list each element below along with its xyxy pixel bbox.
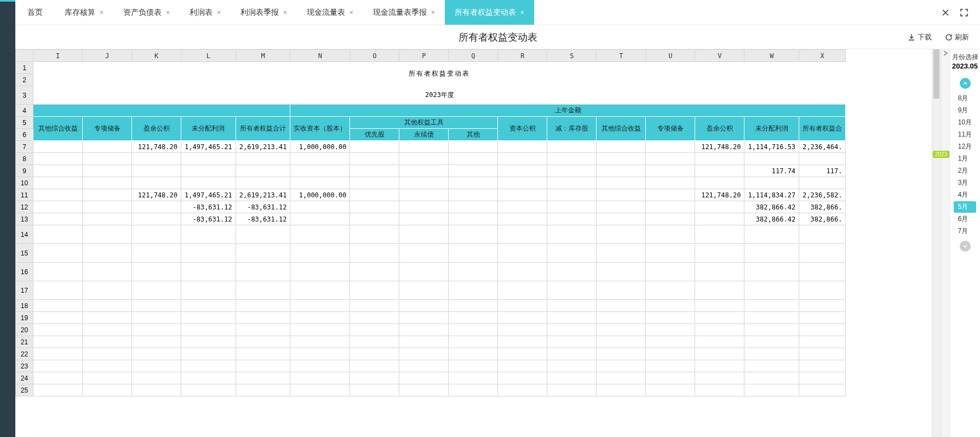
cell[interactable]: 382,866. xyxy=(799,213,846,225)
cell[interactable] xyxy=(547,153,597,165)
cell[interactable] xyxy=(399,189,449,201)
cell[interactable] xyxy=(498,225,547,244)
cell[interactable] xyxy=(399,244,449,263)
cell[interactable] xyxy=(350,189,399,201)
cell[interactable] xyxy=(83,165,132,177)
cell[interactable] xyxy=(132,384,181,396)
refresh-button[interactable]: 刷新 xyxy=(945,32,969,42)
cell[interactable] xyxy=(744,360,799,372)
cell[interactable] xyxy=(646,348,695,360)
cell[interactable]: 2,236,582. xyxy=(799,189,846,201)
col-header[interactable]: M xyxy=(236,50,290,62)
cell[interactable] xyxy=(449,189,498,201)
cell[interactable] xyxy=(236,225,290,244)
cell[interactable]: 121,748.20 xyxy=(132,141,181,153)
cell[interactable] xyxy=(695,384,744,396)
row-number[interactable]: 7 xyxy=(16,141,33,153)
cell[interactable] xyxy=(33,141,83,153)
cell[interactable] xyxy=(744,336,799,348)
row-number[interactable]: 1 xyxy=(16,62,33,74)
month-option[interactable]: 8月 xyxy=(954,93,976,104)
cell[interactable] xyxy=(350,263,399,281)
row-number[interactable]: 12 xyxy=(16,201,33,213)
cell[interactable] xyxy=(399,165,449,177)
cell[interactable] xyxy=(449,281,498,300)
col-header[interactable]: L xyxy=(181,50,236,62)
cell[interactable]: 2,619,213.41 xyxy=(236,189,290,201)
cell[interactable] xyxy=(498,263,547,281)
cell[interactable] xyxy=(498,336,547,348)
cell[interactable] xyxy=(236,263,290,281)
cell[interactable] xyxy=(181,177,236,189)
cell[interactable] xyxy=(547,225,597,244)
cell[interactable] xyxy=(449,177,498,189)
row-number[interactable]: 21 xyxy=(16,336,33,348)
cell[interactable] xyxy=(695,336,744,348)
cell[interactable] xyxy=(498,300,547,312)
cell[interactable] xyxy=(799,372,846,384)
cell[interactable] xyxy=(290,300,350,312)
cell[interactable] xyxy=(695,263,744,281)
close-icon[interactable]: × xyxy=(431,9,435,16)
cell[interactable] xyxy=(547,213,597,225)
cell[interactable] xyxy=(799,348,846,360)
cell[interactable] xyxy=(498,348,547,360)
cell[interactable] xyxy=(744,312,799,324)
cell[interactable] xyxy=(799,263,846,281)
cell[interactable] xyxy=(695,324,744,336)
cell[interactable] xyxy=(744,324,799,336)
col-header[interactable]: U xyxy=(646,50,695,62)
cell[interactable] xyxy=(83,372,132,384)
cell[interactable] xyxy=(399,348,449,360)
cell[interactable] xyxy=(547,360,597,372)
cell[interactable] xyxy=(646,141,695,153)
cell[interactable] xyxy=(399,281,449,300)
cell[interactable] xyxy=(646,336,695,348)
cell[interactable] xyxy=(498,141,547,153)
cell[interactable] xyxy=(399,336,449,348)
cell[interactable] xyxy=(799,244,846,263)
cell[interactable] xyxy=(744,177,799,189)
cell[interactable] xyxy=(350,201,399,213)
row-number[interactable]: 20 xyxy=(16,324,33,336)
month-next-icon[interactable] xyxy=(960,241,971,252)
cell[interactable] xyxy=(33,336,83,348)
cell[interactable]: 117.74 xyxy=(744,165,799,177)
cell[interactable] xyxy=(744,225,799,244)
col-header[interactable]: J xyxy=(83,50,132,62)
cell[interactable] xyxy=(695,177,744,189)
row-number[interactable]: 5 xyxy=(16,117,33,129)
row-number[interactable]: 19 xyxy=(16,312,33,324)
cell[interactable] xyxy=(744,244,799,263)
cell[interactable]: -83,631.12 xyxy=(181,201,236,213)
cell[interactable] xyxy=(132,165,181,177)
cell[interactable] xyxy=(449,153,498,165)
cell[interactable] xyxy=(449,165,498,177)
cell[interactable] xyxy=(83,348,132,360)
row-number[interactable]: 18 xyxy=(16,300,33,312)
cell[interactable]: 121,748.20 xyxy=(695,189,744,201)
app-left-sidebar[interactable] xyxy=(0,0,15,437)
cell[interactable] xyxy=(132,281,181,300)
col-header[interactable]: R xyxy=(498,50,547,62)
cell[interactable] xyxy=(547,141,597,153)
cell[interactable] xyxy=(181,263,236,281)
cell[interactable] xyxy=(236,312,290,324)
cell[interactable] xyxy=(83,281,132,300)
cell[interactable] xyxy=(695,153,744,165)
cell[interactable] xyxy=(132,263,181,281)
cell[interactable] xyxy=(799,281,846,300)
cell[interactable] xyxy=(399,225,449,244)
cell[interactable] xyxy=(350,281,399,300)
cell[interactable] xyxy=(399,177,449,189)
cell[interactable] xyxy=(646,244,695,263)
cell[interactable] xyxy=(547,372,597,384)
col-header[interactable]: T xyxy=(597,50,646,62)
cell[interactable] xyxy=(547,177,597,189)
cell[interactable] xyxy=(597,165,646,177)
cell[interactable] xyxy=(744,348,799,360)
cell[interactable] xyxy=(33,300,83,312)
cell[interactable] xyxy=(181,312,236,324)
col-header[interactable]: I xyxy=(33,50,83,62)
cell[interactable] xyxy=(547,300,597,312)
